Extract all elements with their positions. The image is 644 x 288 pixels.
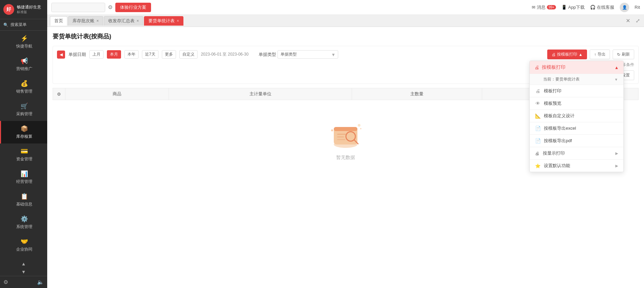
template-preview-label: 模板预览 <box>544 100 561 106</box>
tab-order-summary[interactable]: 要货单统计表 × <box>144 16 183 26</box>
close-order-summary-tab[interactable]: × <box>177 19 179 23</box>
tab-inventory-batch[interactable]: 库存批次账 × <box>68 16 103 26</box>
footer-settings-icon[interactable]: ⚙ <box>3 279 8 285</box>
app-download-btn[interactable]: 📱 App下载 <box>561 4 585 10</box>
sidebar-item-label: 营销推广 <box>16 66 32 72</box>
topbar-right: ✉ 消息 99+ 📱 App下载 🎧 在线客服 👤 Rit <box>532 3 640 12</box>
sidebar-search-btn[interactable]: 🔍 搜索菜单 <box>0 19 47 31</box>
date-current-year-btn[interactable]: 本年 <box>124 50 139 59</box>
order-summary-tab-label: 要货单统计表 <box>148 18 175 24</box>
sidebar-search-label: 搜索菜单 <box>10 22 27 28</box>
display-print-left: 🖨 按显示打印 <box>535 150 565 156</box>
dropdown-item-export-excel[interactable]: 📄 按模板导出excel <box>530 122 623 134</box>
export-pdf-label: 按模板导出pdf <box>544 138 572 144</box>
sidebar-item-purchase[interactable]: 🛒 采购管理 <box>0 98 47 121</box>
sidebar-item-label: 快捷导航 <box>16 43 32 49</box>
dropdown-item-export-pdf[interactable]: 📄 按模板导出pdf <box>530 134 623 147</box>
inventory-batch-tab-label: 库存批次账 <box>72 18 94 24</box>
dropdown-item-template-print[interactable]: 🖨 模板打印 <box>530 85 623 97</box>
order-type-select[interactable]: 单据类型 <box>277 50 338 59</box>
empty-label: 暂无数据 <box>336 155 355 161</box>
message-icon: ✉ <box>532 5 535 10</box>
col-unit: 主计量单位 <box>169 88 352 100</box>
messages-btn[interactable]: ✉ 消息 99+ <box>532 4 556 10</box>
export-btn-label: 导出 <box>597 52 606 57</box>
sidebar-logo: 好 畅捷通好生意 标准版 <box>0 0 47 19</box>
export-btn[interactable]: ↑ 导出 <box>590 50 610 59</box>
refresh-btn[interactable]: ↻ 刷新 <box>613 50 634 59</box>
page-content: 要货单统计表(按商品) ◀ 单据日期 上月 本月 本年 近7天 更多 自定义 2… <box>47 27 644 288</box>
sidebar-nav: ⚡ 快捷导航 📢 营销推广 💰 销售管理 🛒 采购管理 📦 库存核算 💳 资金管… <box>0 31 47 260</box>
date-current-month-btn[interactable]: 本月 <box>107 50 121 59</box>
main-area: ⚙ 体验行业方案 ✉ 消息 99+ 📱 App下载 🎧 在线客服 👤 Rit <box>47 0 644 288</box>
sidebar-item-enterprise[interactable]: 🤝 企业协同 <box>0 234 47 256</box>
trial-btn[interactable]: 体验行业方案 <box>115 3 151 12</box>
sidebar-item-marketing[interactable]: 📢 营销推广 <box>0 53 47 76</box>
refresh-icon: ↻ <box>617 52 620 57</box>
sidebar-scroll-up-btn[interactable]: ▲ <box>0 260 47 268</box>
tab-receipt-summary[interactable]: 收发存汇总表 × <box>104 16 143 26</box>
mobile-icon: 📱 <box>561 5 567 10</box>
print-chevron-icon: ▲ <box>579 52 583 57</box>
tabs-actions: ✕ ⤢ <box>624 17 641 25</box>
topbar-search-input[interactable] <box>51 3 105 12</box>
avatar-icon: 👤 <box>622 5 627 10</box>
logo-text: 畅捷通好生意 标准版 <box>17 4 41 15</box>
close-inventory-batch-tab[interactable]: × <box>96 19 99 23</box>
sidebar-item-inventory[interactable]: 📦 库存核算 <box>0 121 47 143</box>
dropdown-item-template-design[interactable]: 📐 模板自定义设计 <box>530 109 623 122</box>
online-service-btn[interactable]: 🎧 在线客服 <box>590 4 614 10</box>
topbar: ⚙ 体验行业方案 ✉ 消息 99+ 📱 App下载 🎧 在线客服 👤 Rit <box>47 0 644 15</box>
current-template-label: 当前：要货单统计表 <box>543 76 580 82</box>
close-receipt-summary-tab[interactable]: × <box>137 19 139 23</box>
display-print-chevron: ▶ <box>615 151 618 156</box>
user-avatar[interactable]: 👤 <box>620 3 629 12</box>
column-settings-icon[interactable]: ⚙ <box>53 88 65 100</box>
sidebar: 好 畅捷通好生意 标准版 🔍 搜索菜单 ⚡ 快捷导航 📢 营销推广 💰 销售管理… <box>0 0 47 288</box>
tab-home[interactable]: 首页 <box>50 16 67 26</box>
date-7days-btn[interactable]: 近7天 <box>142 50 158 59</box>
template-print-icon: 🖨 <box>535 88 540 94</box>
sidebar-item-basic[interactable]: 📋 基础信息 <box>0 189 47 211</box>
sidebar-item-quick-nav[interactable]: ⚡ 快捷导航 <box>0 31 47 53</box>
print-dropdown-btn[interactable]: 🖨 按模板打印 ▲ <box>547 50 587 59</box>
date-prev-month-btn[interactable]: 上月 <box>89 50 104 59</box>
topbar-gear-icon[interactable]: ⚙ <box>108 4 113 10</box>
sidebar-scroll-down-btn[interactable]: ▼ <box>0 268 47 276</box>
svg-rect-6 <box>337 136 344 137</box>
dropdown-menu: 🖨 按模板打印 ▲ 当前：要货单统计表 ▼ 🖨 模板打印 👁 模板预览 📐 模板 <box>529 61 624 172</box>
filter-toggle-btn[interactable]: ◀ <box>57 51 65 59</box>
sidebar-item-operation[interactable]: 📊 经营管理 <box>0 166 47 189</box>
sidebar-item-label: 系统管理 <box>16 224 32 230</box>
date-label: 单据日期 <box>68 52 86 58</box>
dropdown-item-set-default[interactable]: ⭐ 设置默认功能 ▶ <box>530 159 623 172</box>
sidebar-item-guide[interactable]: 🎯 新手引导 <box>0 256 47 260</box>
messages-label: 消息 <box>537 4 546 10</box>
system-icon: ⚙️ <box>21 215 28 223</box>
operation-icon: 📊 <box>21 170 28 178</box>
svg-point-10 <box>358 124 360 127</box>
dropdown-item-template-preview[interactable]: 👁 模板预览 <box>530 97 623 109</box>
set-default-label: 设置默认功能 <box>544 163 570 169</box>
messages-badge: 99+ <box>547 5 556 9</box>
sidebar-item-finance[interactable]: 💳 资金管理 <box>0 143 47 166</box>
dropdown-item-display-print[interactable]: 🖨 按显示打印 ▶ <box>530 147 623 159</box>
close-all-tabs-btn[interactable]: ✕ <box>624 17 632 25</box>
template-print-label: 模板打印 <box>544 88 561 94</box>
search-icon: 🔍 <box>3 23 8 27</box>
toolbar-right: 🖨 按模板打印 ▲ ↑ 导出 ↻ 刷新 <box>547 50 634 59</box>
user-name[interactable]: Rit <box>635 5 640 10</box>
date-custom-btn[interactable]: 自定义 <box>179 50 198 59</box>
footer-sound-icon[interactable]: 🔈 <box>37 279 44 285</box>
sidebar-item-sales[interactable]: 💰 销售管理 <box>0 76 47 98</box>
dropdown-header[interactable]: 🖨 按模板打印 ▲ <box>530 61 623 74</box>
filter-row-1: ◀ 单据日期 上月 本月 本年 近7天 更多 自定义 2023-06-01 至 … <box>57 50 634 59</box>
sidebar-item-system[interactable]: ⚙️ 系统管理 <box>0 211 47 234</box>
current-template-row[interactable]: 当前：要货单统计表 ▼ <box>530 74 623 85</box>
page-title: 要货单统计表(按商品) <box>53 32 639 40</box>
date-more-btn[interactable]: 更多 <box>162 50 176 59</box>
template-design-label: 模板自定义设计 <box>544 113 575 119</box>
dropdown-title-label: 按模板打印 <box>542 64 565 70</box>
sales-icon: 💰 <box>21 80 28 87</box>
expand-tab-btn[interactable]: ⤢ <box>634 17 641 25</box>
